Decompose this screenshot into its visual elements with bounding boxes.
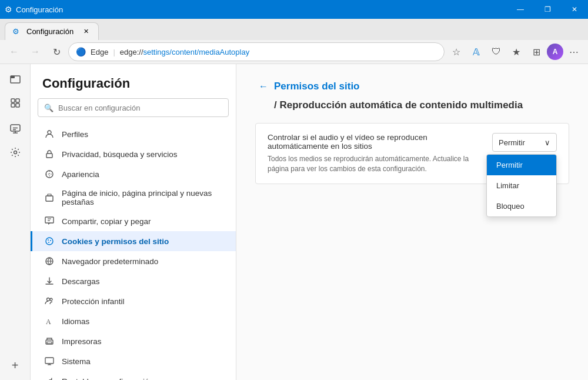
- sidebar-item-navegador[interactable]: Navegador predeterminado: [31, 251, 236, 271]
- compartir-label: Compartir, copiar y pegar: [62, 217, 151, 226]
- setting-label: Controlar si el audio y el vídeo se repr…: [268, 133, 483, 151]
- tab-manager-button[interactable]: [5, 69, 26, 90]
- perfiles-label: Perfiles: [62, 130, 88, 139]
- compartir-icon: [44, 216, 55, 226]
- search-input[interactable]: [58, 104, 222, 112]
- back-to-permisos-button[interactable]: ←: [255, 78, 272, 95]
- edge-logo-icon: 🔵: [76, 47, 86, 56]
- sidebar-item-compartir[interactable]: Compartir, copiar y pegar: [31, 211, 236, 231]
- svg-text:A: A: [46, 318, 51, 326]
- svg-point-23: [48, 242, 49, 243]
- close-button[interactable]: ✕: [561, 0, 588, 19]
- profile-avatar[interactable]: A: [547, 44, 563, 60]
- perfiles-icon: [44, 129, 55, 139]
- sidebar-item-proteccion[interactable]: Protección infantil: [31, 291, 236, 311]
- svg-point-22: [50, 240, 51, 241]
- settings-side-button[interactable]: [5, 142, 26, 163]
- permisos-sitio-link[interactable]: Permisos del sitio: [274, 81, 360, 92]
- address-separator: |: [113, 48, 115, 56]
- sidebar-item-perfiles[interactable]: Perfiles: [31, 124, 236, 144]
- sidebar-item-sistema[interactable]: Sistema: [31, 351, 236, 371]
- dropdown-wrapper: Permitir ∨ Permitir Limitar Bloqueo: [492, 133, 557, 152]
- svg-point-11: [14, 151, 16, 154]
- svg-rect-4: [11, 104, 15, 107]
- privacidad-icon: [44, 149, 55, 159]
- proteccion-icon: [44, 296, 55, 306]
- restablecer-icon: [44, 376, 55, 380]
- impresoras-label: Impresoras: [62, 337, 102, 346]
- toolbar-right: ☆ 𝔸 🛡 ★ ⊞ A ⋯: [447, 42, 583, 61]
- dropdown-current-value: Permitir: [499, 138, 525, 147]
- collections-button[interactable]: ⊞: [527, 42, 546, 61]
- browser-essentials-button[interactable]: 🛡: [487, 42, 506, 61]
- brand-label: Edge: [91, 48, 108, 56]
- svg-point-12: [48, 131, 51, 134]
- search-icon: 🔍: [44, 104, 54, 112]
- active-tab[interactable]: ⚙ Configuración ✕: [5, 22, 99, 40]
- sidebar-content: Configuración 🔍 Perfiles Privacidad, bús…: [31, 64, 236, 380]
- idiomas-label: Idiomas: [62, 317, 89, 326]
- idiomas-icon: A: [44, 316, 55, 326]
- dropdown-option-bloqueo[interactable]: Bloqueo: [487, 196, 556, 216]
- autoplay-dropdown-button[interactable]: Permitir ∨: [492, 133, 557, 152]
- descargas-label: Descargas: [62, 277, 100, 286]
- add-sidebar-button[interactable]: +: [5, 355, 26, 376]
- svg-point-25: [47, 298, 50, 301]
- maximize-button[interactable]: ❐: [534, 0, 561, 19]
- svg-point-21: [48, 239, 49, 241]
- svg-rect-29: [47, 342, 52, 344]
- inicio-icon: [44, 192, 55, 203]
- favorites-button[interactable]: ★: [507, 42, 526, 61]
- impresoras-icon: [44, 336, 55, 346]
- tab-close-button[interactable]: ✕: [81, 26, 91, 37]
- read-aloud-button[interactable]: 𝔸: [467, 42, 486, 61]
- sidebar-item-cookies[interactable]: Cookies y permisos del sitio: [31, 231, 236, 251]
- favorites-star-button[interactable]: ☆: [447, 42, 466, 61]
- address-bar[interactable]: 🔵 Edge | edge://settings/content/mediaAu…: [68, 42, 445, 61]
- sidebar-item-apariencia[interactable]: Apariencia: [31, 164, 236, 184]
- address-text: edge://settings/content/mediaAutoplay: [120, 48, 437, 56]
- sidebar-item-privacidad[interactable]: Privacidad, búsqueda y servicios: [31, 144, 236, 164]
- tab-icon: ⚙: [12, 27, 22, 36]
- dropdown-option-permitir[interactable]: Permitir: [487, 155, 556, 175]
- svg-rect-13: [46, 154, 52, 158]
- settings-sidebar: Configuración 🔍 Perfiles Privacidad, bús…: [31, 64, 236, 380]
- settings-title: Configuración: [31, 71, 236, 98]
- sidebar-item-idiomas[interactable]: A Idiomas: [31, 311, 236, 331]
- sistema-label: Sistema: [62, 357, 91, 366]
- dropdown-option-limitar[interactable]: Limitar: [487, 175, 556, 196]
- sistema-icon: [44, 356, 55, 366]
- tab-label: Configuración: [26, 27, 74, 36]
- back-button[interactable]: ←: [5, 42, 24, 61]
- more-options-button[interactable]: ⋯: [564, 42, 583, 61]
- minimize-button[interactable]: —: [507, 0, 534, 19]
- svg-rect-2: [11, 99, 15, 102]
- chevron-down-icon: ∨: [544, 138, 550, 147]
- refresh-button[interactable]: ↻: [47, 42, 66, 61]
- svg-point-26: [50, 298, 52, 301]
- forward-button[interactable]: →: [26, 42, 45, 61]
- search-box[interactable]: 🔍: [38, 98, 229, 117]
- restablecer-label: Restablecer configuración: [62, 377, 153, 381]
- sidebar-item-restablecer[interactable]: Restablecer configuración: [31, 371, 236, 380]
- navegador-icon: [44, 256, 55, 266]
- svg-rect-15: [46, 196, 53, 201]
- main-layout: + Configuración 🔍 Perfiles Privacidad, b…: [0, 64, 588, 380]
- sidebar-item-descargas[interactable]: Descargas: [31, 271, 236, 291]
- sidebar-item-inicio[interactable]: Página de inicio, página principal y nue…: [31, 184, 236, 211]
- tab-bar: ⚙ Configuración ✕: [0, 19, 588, 40]
- inicio-label: Página de inicio, página principal y nue…: [62, 189, 224, 206]
- page-title: / Reproducción automática de contenido m…: [255, 99, 569, 111]
- breadcrumb: ← Permisos del sitio: [255, 78, 569, 95]
- titlebar-icon: ⚙: [5, 5, 12, 14]
- svg-rect-5: [16, 104, 19, 107]
- apariencia-icon: [44, 169, 55, 179]
- proteccion-label: Protección infantil: [62, 297, 125, 306]
- privacidad-label: Privacidad, búsqueda y servicios: [62, 150, 178, 159]
- dropdown-menu: Permitir Limitar Bloqueo: [486, 154, 557, 217]
- content-area: ← Permisos del sitio / Reproducción auto…: [236, 64, 588, 380]
- svg-rect-3: [16, 99, 19, 102]
- sidebar-flags-button[interactable]: [5, 118, 26, 139]
- sidebar-item-impresoras[interactable]: Impresoras: [31, 331, 236, 351]
- collections-side-button[interactable]: [5, 92, 26, 114]
